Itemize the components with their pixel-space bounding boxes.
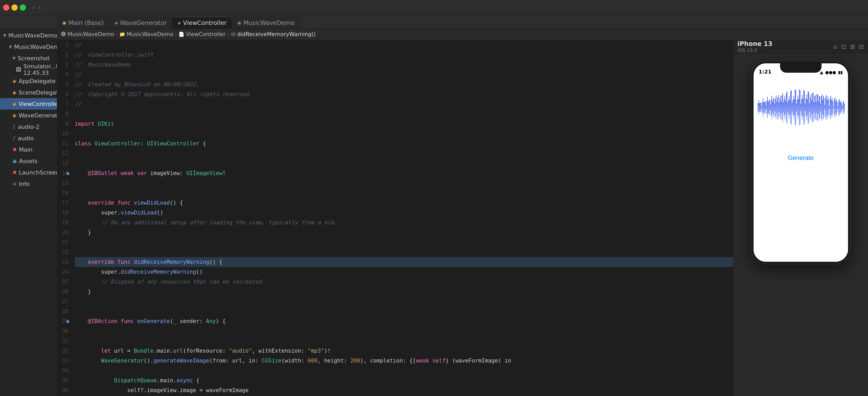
sidebar-label-launch-screen: LaunchScreen [19,169,57,176]
iphone-notch [780,63,822,73]
back-button[interactable]: ‹ [31,4,36,11]
sidebar-item-screenshot[interactable]: ▼ Screenshot [0,53,57,64]
window-controls: ‹ › [3,4,60,11]
nav-arrows: ‹ › [31,4,42,11]
svg-rect-5 [761,106,762,109]
forward-button[interactable]: › [37,4,42,11]
sidebar-item-simulator[interactable]: 🖼 Simulator...t 12.45.33 [0,64,57,75]
tab-label-music-wave-demo: MusicWaveDemo [243,20,294,26]
minimize-button[interactable] [11,4,18,11]
svg-rect-85 [819,96,820,119]
svg-rect-70 [809,92,809,123]
breadcrumb-folder[interactable]: MusicWaveDemo [127,31,173,37]
swift-file-icon-appdelegate: ◈ [12,78,17,84]
svg-rect-34 [782,93,783,122]
svg-rect-53 [796,103,797,111]
svg-rect-10 [765,101,766,114]
svg-rect-60 [801,99,802,116]
tab-icon-view-controller: ◈ [178,20,181,25]
screenshot-folder-icon: ▼ [12,56,16,61]
svg-rect-37 [784,96,785,119]
svg-rect-64 [804,91,805,124]
tab-music-wave-demo[interactable]: ◉ MusicWaveDemo [232,17,300,28]
svg-rect-13 [767,96,768,118]
sidebar-item-info[interactable]: ≡ Info [0,178,57,190]
svg-rect-38 [785,101,786,114]
svg-rect-88 [822,94,822,120]
waveform-display [757,82,845,134]
svg-rect-30 [779,99,780,116]
storyboard-icon-launch: ✖ [12,169,17,175]
sidebar-item-launch-screen[interactable]: ✖ LaunchScreen [0,167,57,178]
sidebar-item-scene-delegate[interactable]: ◈ SceneDelegate [0,87,57,98]
svg-rect-61 [802,95,802,120]
camera-icon: ⊡ [841,44,846,50]
sidebar-item-app-delegate[interactable]: ◈ AppDelegate [0,75,57,87]
generate-button[interactable]: Generate [787,154,813,162]
svg-rect-24 [775,99,776,116]
svg-rect-29 [779,103,779,112]
project-icon: 🅐 [61,31,66,37]
waveform-svg [757,82,845,134]
svg-rect-42 [788,100,788,116]
svg-rect-77 [813,102,814,113]
close-button[interactable] [3,4,9,11]
sidebar-item-root[interactable]: ▼ MusicWaveDemo [0,30,57,41]
sidebar-label-audio: audio [18,135,34,142]
breadcrumb-file[interactable]: ViewController [186,31,225,37]
device-toolbar: iPhone 13 iOS 15.0 ⌂ ⊡ ⊞ ⊟ [733,40,868,54]
svg-rect-67 [806,94,807,120]
sidebar-item-audio[interactable]: ♪ audio [0,133,57,144]
swift-file-icon-scenedelegate: ◈ [12,89,17,95]
editor-preview-split: 1234567891011121314151617181920212223242… [57,40,868,396]
svg-rect-8 [764,102,764,113]
svg-rect-110 [838,106,838,109]
svg-rect-57 [799,89,800,126]
tab-wave-generator[interactable]: ◈ WaveGenerator [109,17,172,28]
svg-rect-59 [801,104,801,111]
svg-rect-7 [763,98,763,117]
svg-rect-92 [825,105,825,110]
code-lines: //// ViewController.swift// MusicWaveDem… [73,40,733,396]
svg-rect-36 [784,99,784,116]
main-layout: ▼ MusicWaveDemo ▼ MusicWaveDemo ▼ Screen… [0,29,868,396]
svg-rect-11 [766,105,766,110]
sidebar-item-main[interactable]: ✖ Main [0,144,57,155]
swift-file-icon-viewcontroller: ◈ [12,101,17,107]
svg-rect-76 [813,93,813,122]
traffic-lights [3,4,26,11]
sidebar-item-folder[interactable]: ▼ MusicWaveDemo [0,41,57,53]
svg-rect-32 [781,101,781,113]
svg-rect-26 [776,102,777,113]
breadcrumb-method[interactable]: didReceiveMemoryWarning() [237,31,316,37]
tab-main-base[interactable]: ◉ Main (Base) [57,17,109,28]
svg-rect-98 [829,106,829,109]
svg-rect-49 [793,96,794,119]
code-editor[interactable]: 1234567891011121314151617181920212223242… [57,40,733,396]
top-bar: ‹ › [0,0,868,15]
breadcrumb-sep-1: › [116,31,118,37]
svg-rect-107 [835,101,836,114]
svg-rect-81 [816,94,817,120]
sidebar-item-audio2[interactable]: ♪ audio-2 [0,121,57,133]
folder-collapse-icon: ▼ [9,45,12,49]
svg-rect-69 [808,91,808,124]
iphone-time: 1:21 [759,68,772,75]
battery-icon: ▮▮ [838,70,843,75]
svg-rect-74 [811,100,812,114]
tab-view-controller[interactable]: ◈ ViewController [172,17,232,28]
svg-rect-15 [769,101,769,114]
svg-rect-108 [836,99,837,116]
svg-rect-55 [798,95,798,120]
sidebar-label-simulator: Simulator...t 12.45.33 [23,63,57,76]
sidebar-item-assets[interactable]: ◉ Assets [0,155,57,167]
breadcrumb-sep-3: › [227,31,229,37]
maximize-button[interactable] [20,4,26,11]
svg-rect-43 [789,96,789,119]
svg-rect-40 [787,91,787,124]
breadcrumb-project[interactable]: MusicWaveDemo [67,31,114,37]
sidebar-item-wave-generator[interactable]: ◈ WaveGenerator [0,110,57,121]
svg-rect-93 [825,97,826,117]
split-icon: ⊟ [859,44,864,50]
sidebar-item-view-controller[interactable]: ◈ ViewController [0,98,57,110]
